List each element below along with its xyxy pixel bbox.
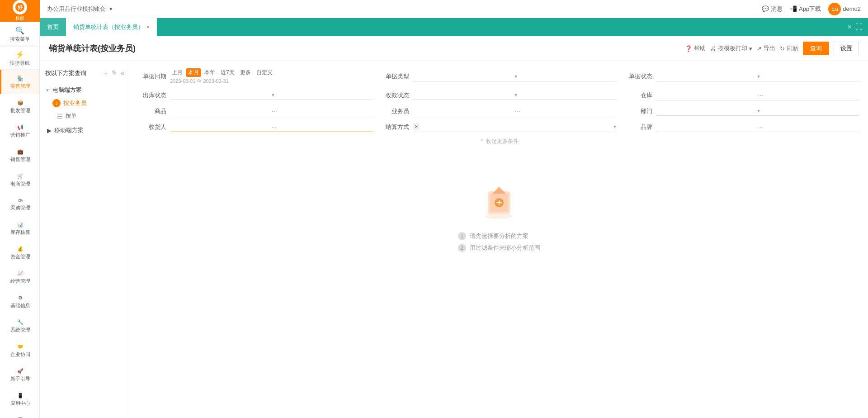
salesperson-control: ··· [413,106,616,116]
refresh-btn[interactable]: ↻ 刷新 [780,44,798,52]
panel-collapse-icon[interactable]: « [121,69,124,77]
app-logo: 好 标版 [0,0,40,22]
sidebar-item-app-center[interactable]: 📱 应用中心 [0,387,39,411]
sidebar-item-system[interactable]: 🔧 系统管理 [0,314,39,338]
date-tab-this-month[interactable]: 本月 [186,68,201,77]
date-tab-custom[interactable]: 自定义 [255,68,274,77]
goods-label: 商品 [139,107,166,115]
ship-status-chevron: ▾ [272,92,373,98]
department-select[interactable]: ▾ [656,106,859,116]
sidebar-item-finance[interactable]: 💰 资金管理 [0,240,39,265]
settings-btn[interactable]: 设置 [834,42,859,55]
empty-tip-2: 2 用过滤条件来缩小分析范围 [458,244,540,252]
pc-scheme-arrow: ▼ [45,88,50,93]
print-btn[interactable]: 🖨 按模板打印 ▾ [710,44,752,52]
page-title: 销货单统计表(按业务员) [49,43,136,54]
settlement-tag: × [413,123,420,130]
query-btn[interactable]: 查询 [803,42,829,55]
app-download-btn[interactable]: 📲 App下载 [790,5,821,13]
scheme-sub-item-order[interactable]: ☰ 按单 [40,110,130,122]
sidebar-item-enterprise[interactable]: 🤝 企业协同 [0,338,39,362]
salesperson-scheme-label: 按业务员 [63,99,87,107]
sidebar-item-marketing[interactable]: 📢 营销推广 [0,119,39,143]
brand-select[interactable]: ··· [656,122,859,132]
export-btn[interactable]: ↗ 导出 [757,44,775,52]
sidebar-item-purchase[interactable]: 🛍 采购管理 [0,192,39,216]
salesperson-dots: ··· [514,107,616,114]
date-label: 单据日期 [139,72,166,81]
date-tab-this-year[interactable]: 本年 [203,68,217,77]
svg-point-2 [486,214,513,219]
sales-label: 销售管理 [10,156,30,163]
help-icon: ❓ [685,45,692,52]
help-btn[interactable]: ❓ 帮助 [685,44,706,52]
salesperson-select[interactable]: ··· [413,106,616,116]
chevron-down-icon: ▾ [109,5,113,12]
collection-status-select[interactable]: ▾ [413,90,616,100]
tab-fullscreen-icon[interactable]: ⛶ [855,23,863,31]
export-icon: ↗ [757,45,762,52]
sidebar-item-retail[interactable]: 🏪 零售管理 [0,70,39,94]
filter-warehouse: 仓库 ··· [625,90,859,100]
warehouse-select[interactable]: ··· [656,90,859,100]
marketing-label: 营销推广 [10,132,30,138]
date-tab-7days[interactable]: 近7天 [219,68,236,77]
tab-home[interactable]: 首页 [40,18,66,36]
tab-home-label: 首页 [47,23,59,31]
empty-icon [476,178,522,223]
sidebar-item-search[interactable]: 🔍 搜索菜单 [0,22,39,47]
finance-icon: 💰 [17,246,24,252]
doc-status-select[interactable]: ▾ [656,72,859,81]
panel-edit-icon[interactable]: ✎ [112,69,117,77]
sidebar-item-quick-nav[interactable]: ⚡ 快捷导航 [0,47,39,70]
tab-sales-stat[interactable]: 销货单统计表（按业务员） × [66,18,157,36]
settlement-select[interactable]: × ▾ [413,122,616,132]
inventory-icon: 📊 [17,222,24,228]
tab-close-icon[interactable]: × [146,24,150,30]
guide-label: 新手引导 [10,375,30,382]
sidebar-item-ecommerce[interactable]: 🛒 电商管理 [0,167,39,192]
ship-status-select[interactable]: ▾ [170,90,373,100]
receiver-input[interactable]: ··· [170,122,373,132]
filter-grid: 单据日期 上月 本月 本年 近7天 更多 自定义 20 [139,68,859,132]
sidebar-item-wechat[interactable]: 💬 企业微信 [0,411,39,418]
collapse-bar[interactable]: ⌃ 收起更多条件 [139,132,859,151]
empty-tip-1: 1 请先选择要分析的方案 [458,232,540,240]
user-profile[interactable]: Ea demo2 [828,3,861,15]
receiver-dots: ··· [272,124,373,130]
date-control: 上月 本月 本年 近7天 更多 自定义 2023-03-01 至 2023-03… [170,68,373,85]
filter-collection-status: 收款状态 ▾ [382,90,616,100]
print-dropdown-icon[interactable]: ▾ [749,45,752,52]
svg-text:好: 好 [17,5,23,10]
sidebar-item-sales[interactable]: 💼 销售管理 [0,143,39,167]
collection-status-control: ▾ [413,90,616,100]
date-tab-last-month[interactable]: 上月 [170,68,184,77]
basic-icon: ⚙ [18,295,23,301]
finance-label: 资金管理 [10,253,30,260]
scheme-item-salesperson[interactable]: ↕ 按业务员 [40,96,130,110]
pc-scheme-title[interactable]: ▼ 电脑端方案 [40,84,130,96]
sidebar-item-basic[interactable]: ⚙ 基础信息 [0,289,39,314]
doc-type-chevron: ▾ [514,73,616,80]
message-icon: 💬 [762,5,769,12]
message-btn[interactable]: 💬 消息 [762,5,783,13]
breadcrumb-dropdown[interactable]: ▾ [109,5,113,12]
settlement-tag-close[interactable]: × [415,124,418,130]
goods-select[interactable]: ··· [170,106,373,116]
operations-label: 经营管理 [10,278,30,285]
filter-department: 部门 ▾ [625,106,859,116]
date-tab-more[interactable]: 更多 [238,68,253,77]
mobile-scheme[interactable]: ▶ 移动端方案 [40,124,130,137]
topbar: 办公用品行业模拟账套 ▾ 💬 消息 📲 App下载 Ea [40,0,868,18]
app-center-icon: 📱 [17,393,24,399]
tab-close-window-icon[interactable]: × [848,23,852,31]
sidebar-item-guide[interactable]: 🚀 新手引导 [0,362,39,387]
department-control: ▾ [656,106,859,116]
tip-2-text: 用过滤条件来缩小分析范围 [470,244,540,252]
sidebar-item-wholesale[interactable]: 📦 批发管理 [0,94,39,119]
sidebar-item-operations[interactable]: 📈 经营管理 [0,265,39,289]
marketing-icon: 📢 [17,124,24,130]
sidebar-item-inventory[interactable]: 📊 库存核算 [0,216,39,240]
doc-type-select[interactable]: ▾ [413,72,616,81]
panel-add-icon[interactable]: + [104,69,108,77]
